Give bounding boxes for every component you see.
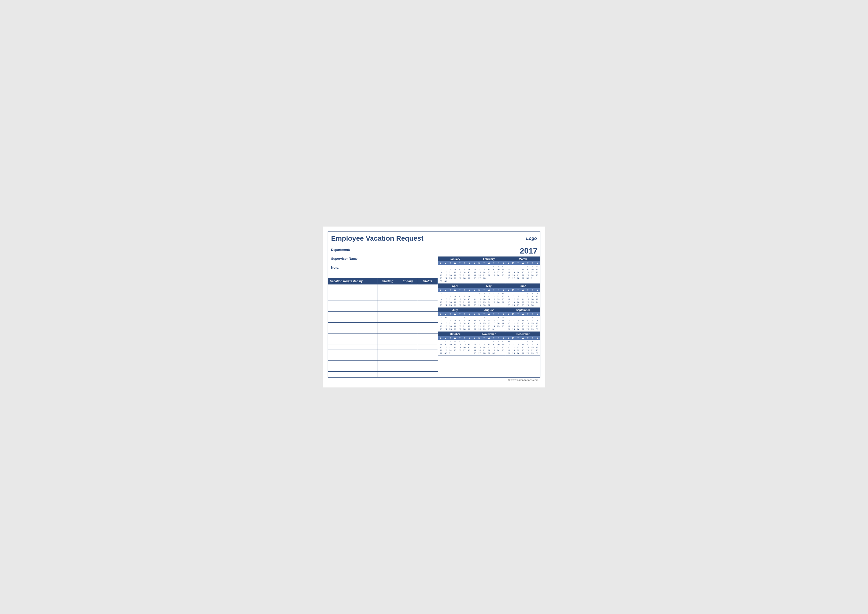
day-name-label: S — [467, 288, 472, 292]
table-cell[interactable] — [398, 290, 418, 295]
table-cell[interactable] — [398, 355, 418, 361]
table-cell[interactable] — [378, 339, 398, 344]
cal-day: 14 — [462, 322, 467, 325]
table-cell[interactable] — [378, 344, 398, 350]
cal-day: 27 — [473, 328, 477, 331]
table-cell[interactable] — [418, 350, 438, 355]
table-cell[interactable] — [378, 301, 398, 306]
table-cell[interactable] — [418, 301, 438, 306]
table-cell[interactable] — [378, 350, 398, 355]
table-cell[interactable] — [418, 290, 438, 295]
table-cell[interactable] — [328, 284, 378, 290]
day-name-label: S — [535, 288, 540, 292]
day-name-label: W — [453, 336, 457, 340]
table-cell[interactable] — [398, 312, 418, 317]
table-cell[interactable] — [378, 361, 398, 366]
cal-day — [501, 277, 505, 280]
table-cell[interactable] — [398, 344, 418, 350]
table-cell[interactable] — [328, 372, 378, 377]
department-section: Department: — [328, 246, 438, 254]
table-cell[interactable] — [418, 366, 438, 372]
cal-day: 11 — [448, 298, 453, 301]
table-cell[interactable] — [328, 290, 378, 295]
cal-day: 24 — [507, 328, 511, 331]
table-cell[interactable] — [328, 306, 378, 311]
table-cell[interactable] — [328, 355, 378, 361]
table-cell[interactable] — [398, 301, 418, 306]
cal-day: 2 — [439, 295, 443, 298]
cal-day: 2 — [491, 265, 496, 268]
table-cell[interactable] — [418, 372, 438, 377]
cal-day — [516, 307, 521, 307]
cal-day: 18 — [511, 325, 516, 328]
table-cell[interactable] — [328, 361, 378, 366]
table-cell[interactable] — [398, 372, 418, 377]
table-cell[interactable] — [398, 317, 418, 322]
table-cell[interactable] — [398, 284, 418, 290]
table-cell[interactable] — [418, 361, 438, 366]
table-cell[interactable] — [418, 317, 438, 322]
table-cell[interactable] — [418, 306, 438, 311]
table-cell[interactable] — [418, 355, 438, 361]
cal-day: 9 — [491, 268, 496, 271]
table-cell[interactable] — [328, 339, 378, 344]
table-cell[interactable] — [378, 355, 398, 361]
table-cell[interactable] — [418, 328, 438, 333]
table-cell[interactable] — [328, 350, 378, 355]
cal-day — [448, 265, 453, 268]
cal-day: 8 — [521, 268, 525, 271]
table-cell[interactable] — [378, 312, 398, 317]
table-cell[interactable] — [398, 366, 418, 372]
table-cell[interactable] — [378, 323, 398, 328]
table-cell[interactable] — [328, 301, 378, 306]
table-cell[interactable] — [378, 317, 398, 322]
table-cell[interactable] — [328, 334, 378, 339]
cal-day: 1 — [530, 316, 535, 319]
table-cell[interactable] — [418, 323, 438, 328]
table-cell[interactable] — [328, 328, 378, 333]
cal-day — [477, 280, 482, 280]
table-cell[interactable] — [418, 344, 438, 350]
table-cell[interactable] — [378, 290, 398, 295]
cal-day: 30 — [482, 304, 487, 307]
table-cell[interactable] — [328, 366, 378, 372]
table-cell[interactable] — [418, 339, 438, 344]
cal-day — [530, 331, 535, 331]
table-cell[interactable] — [378, 366, 398, 372]
table-cell[interactable] — [398, 295, 418, 300]
table-cell[interactable] — [418, 334, 438, 339]
table-cell[interactable] — [398, 339, 418, 344]
table-cell[interactable] — [378, 372, 398, 377]
table-cell[interactable] — [378, 306, 398, 311]
cal-day — [535, 355, 539, 355]
cal-day: 10 — [507, 322, 511, 325]
cal-day — [477, 316, 482, 319]
table-cell[interactable] — [328, 323, 378, 328]
table-cell[interactable] — [398, 323, 418, 328]
table-cell[interactable] — [378, 334, 398, 339]
cal-day: 12 — [496, 295, 501, 298]
cal-day: 21 — [477, 325, 482, 328]
cal-day: 4 — [501, 340, 505, 343]
day-name-label: S — [506, 312, 511, 316]
table-cell[interactable] — [378, 295, 398, 300]
cal-day: 15 — [477, 298, 482, 301]
table-cell[interactable] — [328, 344, 378, 350]
table-cell[interactable] — [398, 306, 418, 311]
cal-day — [439, 307, 443, 307]
table-cell[interactable] — [418, 284, 438, 290]
table-cell[interactable] — [328, 312, 378, 317]
table-cell[interactable] — [378, 328, 398, 333]
table-cell[interactable] — [418, 295, 438, 300]
table-cell[interactable] — [398, 334, 418, 339]
table-cell[interactable] — [328, 295, 378, 300]
table-cell[interactable] — [328, 317, 378, 322]
table-cell[interactable] — [398, 328, 418, 333]
day-name-label: S — [467, 261, 472, 265]
table-cell[interactable] — [418, 312, 438, 317]
cal-day: 13 — [521, 346, 525, 349]
table-cell[interactable] — [398, 361, 418, 366]
cal-day: 22 — [467, 274, 471, 277]
table-cell[interactable] — [378, 284, 398, 290]
table-cell[interactable] — [398, 350, 418, 355]
